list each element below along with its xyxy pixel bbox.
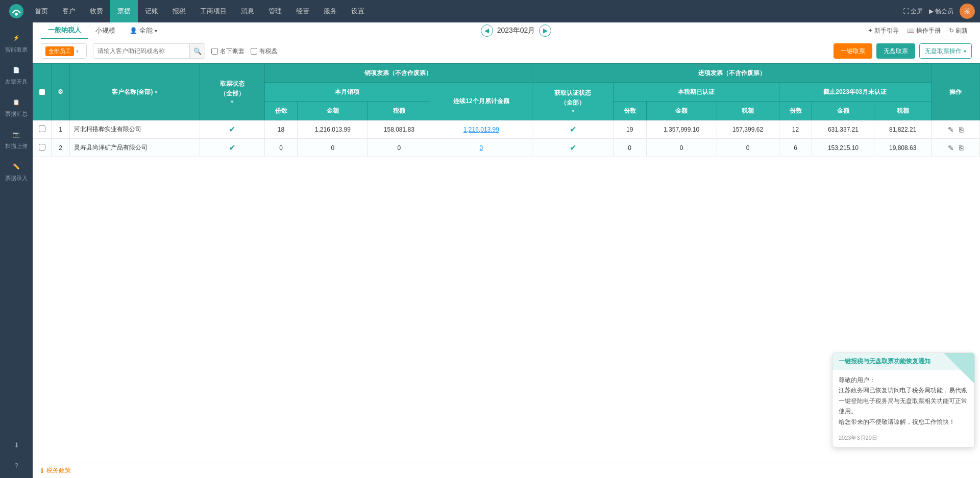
refresh-btn[interactable]: ↻ 刷新	[949, 27, 968, 35]
th-recognize-status-filter-icon[interactable]: ▾	[572, 108, 574, 114]
edit-icon[interactable]: ✎	[948, 144, 954, 152]
one-click-deduct-btn[interactable]: 一键取票	[834, 43, 872, 59]
row-customer-name: 灵寿县尚泽矿产品有限公司	[70, 139, 200, 157]
taxpad-checkbox-label[interactable]: 有税盘	[251, 47, 278, 56]
th-punrec-amount: 金额	[812, 102, 874, 120]
period-prev-btn[interactable]: ◀	[481, 24, 493, 37]
tab-small-scale[interactable]: 小规模	[88, 23, 122, 38]
popup-body: 尊敬的用户：江苏政务网已恢复访问电子税务局功能，易代账一键登陆电子税务局与无盘取…	[832, 370, 974, 432]
nav-operation[interactable]: 经营	[289, 0, 316, 22]
sidebar-label-smart-deduct: 智能取票	[5, 46, 28, 54]
no-disk-deduct-btn[interactable]: 无盘取票	[876, 43, 915, 59]
no-disk-operation-btn[interactable]: 无盘取票操作 ▾	[919, 43, 972, 59]
copy-icon[interactable]: ⎘	[959, 144, 963, 152]
nav-fee[interactable]: 收费	[83, 0, 110, 22]
row-select-checkbox[interactable]	[39, 125, 45, 132]
nav-settings[interactable]: 设置	[344, 0, 372, 22]
taxpad-label: 有税盘	[259, 47, 278, 56]
sidebar-item-invoice-summary[interactable]: 📋 票据汇总	[2, 92, 31, 122]
th-settings: ⚙	[52, 64, 70, 120]
sidebar-item-invoice-open[interactable]: 📄 发票开具	[2, 60, 31, 90]
fullscreen-btn[interactable]: ⛶ 全屏	[903, 7, 923, 16]
row-cumulative: 1,216,013.99	[430, 120, 532, 139]
th-operation-label: 操作	[932, 83, 979, 101]
th-sales-tax-label: 税额	[368, 102, 430, 120]
cumulative-link[interactable]: 1,216,013.99	[463, 126, 499, 133]
row-deduct-status: ✔	[200, 120, 264, 139]
recognize-status-icon: ✔	[570, 125, 576, 134]
vip-label: 畅会员	[935, 7, 953, 16]
th-sales-count: 份数	[264, 102, 298, 120]
row-operation: ✎ ⎘	[931, 139, 979, 157]
mybooks-checkbox-label[interactable]: 名下账套	[211, 47, 244, 56]
refresh-label: 刷新	[955, 27, 968, 35]
nav-service[interactable]: 服务	[316, 0, 344, 22]
nav-message[interactable]: 消息	[234, 0, 261, 22]
sidebar-item-invoice-entry[interactable]: ✏️ 票据录入	[2, 156, 31, 186]
row-checkbox[interactable]	[33, 139, 52, 157]
period-next-btn[interactable]: ▶	[539, 24, 551, 37]
th-deduct-status-label2: （全部）	[220, 89, 244, 98]
search-button[interactable]: 🔍	[189, 43, 205, 59]
policy-text[interactable]: 税务政策	[46, 466, 71, 475]
mybooks-checkbox[interactable]	[211, 48, 218, 55]
new-guide-btn[interactable]: ✦ 新手引导	[868, 27, 899, 35]
nav-tax[interactable]: 报税	[165, 0, 193, 22]
help-icon[interactable]: ?	[9, 458, 24, 473]
header-action-bar: ✦ 新手引导 📖 操作手册 ↻ 刷新	[868, 27, 972, 35]
row-checkbox[interactable]	[33, 120, 52, 139]
row-select-checkbox[interactable]	[39, 144, 45, 150]
row-sales-count: 18	[264, 120, 298, 139]
employee-select-label: 全部员工	[45, 46, 74, 56]
row-operation: ✎ ⎘	[931, 120, 979, 139]
avatar[interactable]: 茶	[960, 4, 975, 19]
th-purchase-recognized-group: 本税期已认证	[613, 83, 779, 102]
employee-select[interactable]: 全部员工 ▾	[41, 43, 87, 59]
row-sales-amount: 0	[298, 139, 368, 157]
th-sales-amount-label: 金额	[298, 102, 368, 120]
row-recognize-status: ✔	[532, 139, 613, 157]
th-prec-count: 份数	[613, 102, 646, 120]
new-guide-label: 新手引导	[874, 27, 899, 35]
tab-fullscale[interactable]: 👤 全能 ▾	[122, 23, 164, 38]
sidebar-bottom: ⬇ ?	[9, 437, 24, 473]
th-purchase-group: 进项发票（不含作废票）	[532, 64, 931, 83]
sidebar-item-scan-upload[interactable]: 📷 扫描上传	[2, 124, 31, 154]
cumulative-link[interactable]: 0	[480, 144, 483, 152]
row-sales-amount: 1,216,013.99	[298, 120, 368, 139]
popup-close-btn[interactable]: ✕	[962, 358, 968, 366]
th-cumulative-label: 连续12个月累计金额	[453, 97, 509, 106]
taxpad-checkbox[interactable]	[251, 48, 257, 55]
period-label: 2023年02月	[497, 26, 535, 35]
download-icon[interactable]: ⬇	[9, 437, 24, 452]
nav-invoice[interactable]: 票据	[110, 0, 138, 22]
manual-btn[interactable]: 📖 操作手册	[907, 27, 941, 35]
row-prec-tax: 0	[717, 139, 779, 157]
sidebar-item-smart-deduct[interactable]: ⚡ 智能取票	[2, 28, 31, 58]
smart-deduct-icon: ⚡	[10, 32, 22, 44]
no-disk-operation-label: 无盘取票操作	[925, 47, 962, 56]
th-sales-month-label: 本月销项	[265, 83, 430, 101]
nav-customer[interactable]: 客户	[55, 0, 83, 22]
nav-bizproject[interactable]: 工商项目	[193, 0, 234, 22]
th-recognize-status: 获取认证状态 （全部） ▾	[532, 83, 613, 120]
tab-general-taxpayer[interactable]: 一般纳税人	[41, 22, 88, 39]
row-punrec-tax: 81,822.21	[874, 120, 931, 139]
edit-icon[interactable]: ✎	[948, 125, 954, 134]
customer-search-input[interactable]	[93, 44, 189, 58]
row-punrec-count: 12	[779, 120, 812, 139]
nav-home[interactable]: 首页	[28, 0, 55, 22]
th-cumulative: 连续12个月累计金额	[430, 83, 532, 120]
select-all-checkbox[interactable]	[39, 89, 45, 95]
row-index: 2	[52, 139, 70, 157]
th-deduct-status-filter-icon[interactable]: ▾	[231, 99, 233, 105]
sidebar-label-invoice-summary: 票据汇总	[5, 110, 28, 118]
vip-icon: ▶	[929, 8, 934, 15]
th-customer-filter-icon[interactable]: ▾	[155, 89, 157, 95]
th-operation: 操作	[931, 64, 979, 120]
nav-manage[interactable]: 管理	[261, 0, 289, 22]
nav-bookkeeping[interactable]: 记账	[138, 0, 165, 22]
popup-title: 一键报税与无盘取票功能恢复通知	[839, 357, 930, 366]
vip-btn[interactable]: ▶ 畅会员	[929, 7, 953, 16]
copy-icon[interactable]: ⎘	[959, 125, 963, 134]
